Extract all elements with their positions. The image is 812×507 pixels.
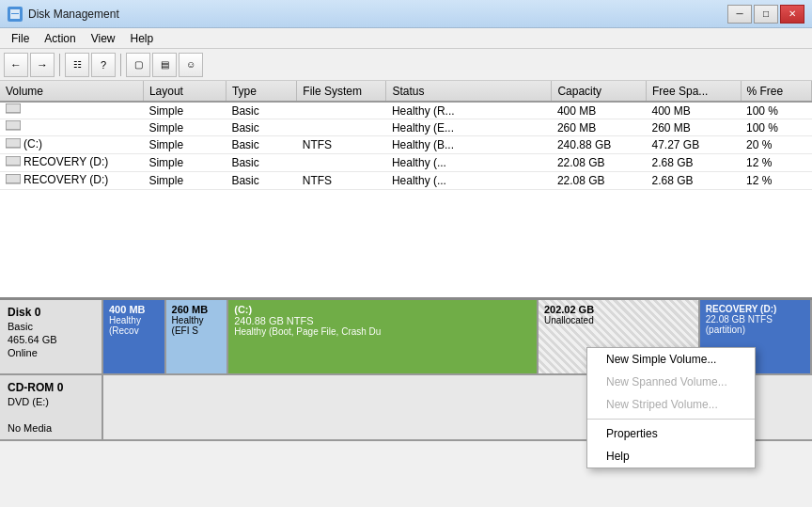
cell-status-2: Healthy (B... [386, 136, 552, 154]
help-button[interactable]: ? [91, 53, 116, 77]
ctx-new-spanned: New Spanned Volume... [587, 371, 755, 393]
disk-0-status: Online [8, 347, 94, 358]
cell-layout-0: Simple [143, 102, 226, 119]
partition-260mb[interactable]: 260 MB Healthy (EFI S [166, 300, 229, 373]
cell-layout-3: Simple [143, 154, 226, 172]
svg-rect-5 [7, 121, 20, 129]
table-row[interactable]: Simple Basic Healthy (E... 260 MB 260 MB… [0, 119, 812, 136]
table-row[interactable]: RECOVERY (D:) Simple Basic Healthy (... … [0, 154, 812, 172]
volume-table: Volume Layout Type File System Status Ca… [0, 81, 812, 190]
part-recovery-sub: (partition) [706, 325, 804, 335]
cell-type-2: Basic [226, 136, 296, 154]
cell-free-0: 400 MB [646, 102, 741, 119]
toolbar-btn-3[interactable]: ▢ [126, 53, 150, 77]
cell-volume-2: (C:) [0, 136, 143, 154]
disk-0-type: Basic [8, 321, 94, 332]
col-header-volume: Volume [0, 81, 143, 102]
cell-volume-4: RECOVERY (D:) [0, 172, 143, 190]
ctx-new-simple[interactable]: New Simple Volume... [587, 348, 755, 371]
cell-volume-1 [0, 119, 143, 136]
svg-rect-3 [7, 104, 20, 112]
cell-type-4: Basic [226, 172, 296, 190]
cell-status-0: Healthy (R... [386, 102, 552, 119]
part-c-size: 240.88 GB NTFS [234, 315, 531, 326]
cell-capacity-4: 22.08 GB [552, 172, 647, 190]
toolbar-btn-5[interactable]: ☺ [179, 53, 203, 77]
cdrom-name: CD-ROM 0 [8, 381, 94, 394]
window-title: Disk Management [28, 8, 119, 21]
part-unalloc-label: Unallocated [544, 315, 693, 325]
table-row[interactable]: RECOVERY (D:) Simple Basic NTFS Healthy … [0, 172, 812, 190]
disk-0-label: Disk 0 Basic 465.64 GB Online [0, 300, 103, 373]
part-recovery-name: RECOVERY (D:) [706, 304, 804, 314]
cell-capacity-2: 240.88 GB [552, 136, 647, 154]
close-button[interactable]: ✕ [780, 5, 804, 24]
cell-status-4: Healthy (... [386, 172, 552, 190]
svg-rect-7 [7, 139, 20, 147]
part-c-label: (C:) [234, 304, 531, 315]
minimize-button[interactable]: ─ [727, 5, 752, 24]
col-header-capacity: Capacity [552, 81, 647, 102]
cell-free-4: 2.68 GB [646, 172, 741, 190]
part-400mb-status: Healthy (Recov [109, 315, 159, 336]
toolbar: ← → ☷ ? ▢ ▤ ☺ [0, 49, 812, 81]
cdrom-type: DVD (E:) [8, 396, 94, 407]
partition-400mb[interactable]: 400 MB Healthy (Recov [103, 300, 166, 373]
forward-button[interactable]: → [30, 53, 55, 77]
cell-fs-0 [297, 102, 386, 119]
cell-layout-2: Simple [143, 136, 226, 154]
cell-pct-1: 100 % [741, 119, 812, 136]
cell-free-3: 2.68 GB [646, 154, 741, 172]
cell-layout-4: Simple [143, 172, 226, 190]
col-header-status: Status [386, 81, 552, 102]
part-400mb-size: 400 MB [109, 304, 159, 315]
col-header-fs: File System [297, 81, 386, 102]
main-area: Volume Layout Type File System Status Ca… [0, 81, 812, 507]
partition-c[interactable]: (C:) 240.88 GB NTFS Healthy (Boot, Page … [228, 300, 539, 373]
cell-capacity-3: 22.08 GB [552, 154, 647, 172]
app-icon [8, 7, 23, 22]
cell-fs-2: NTFS [297, 136, 386, 154]
view-button[interactable]: ☷ [65, 53, 89, 77]
part-recovery-size: 22.08 GB NTFS [706, 314, 804, 325]
menu-bar: File Action View Help [0, 28, 812, 49]
cell-volume-0 [0, 102, 143, 119]
col-header-layout: Layout [143, 81, 226, 102]
svg-rect-1 [11, 13, 19, 14]
cell-pct-2: 20 % [741, 136, 812, 154]
cell-fs-4: NTFS [297, 172, 386, 190]
cell-free-1: 260 MB [646, 119, 741, 136]
cell-pct-4: 12 % [741, 172, 812, 190]
cell-free-2: 47.27 GB [646, 136, 741, 154]
cell-capacity-0: 400 MB [552, 102, 647, 119]
volume-table-area[interactable]: Volume Layout Type File System Status Ca… [0, 81, 812, 300]
svg-rect-11 [7, 175, 20, 182]
cell-fs-3 [297, 154, 386, 172]
cdrom-label: CD-ROM 0 DVD (E:) No Media [0, 375, 103, 439]
window-controls: ─ □ ✕ [727, 5, 804, 24]
ctx-properties[interactable]: Properties [587, 422, 755, 445]
cell-capacity-1: 260 MB [552, 119, 647, 136]
table-row[interactable]: Simple Basic Healthy (R... 400 MB 400 MB… [0, 102, 812, 119]
menu-action[interactable]: Action [37, 30, 83, 47]
back-button[interactable]: ← [4, 53, 28, 77]
table-row[interactable]: (C:) Simple Basic NTFS Healthy (B... 240… [0, 136, 812, 154]
menu-help[interactable]: Help [123, 30, 162, 47]
cdrom-status: No Media [8, 422, 94, 434]
cell-type-3: Basic [226, 154, 296, 172]
menu-file[interactable]: File [4, 30, 37, 47]
cell-type-0: Basic [226, 102, 296, 119]
col-header-pctfree: % Free [741, 81, 812, 102]
part-c-status: Healthy (Boot, Page File, Crash Du [234, 326, 531, 337]
part-260mb-size: 260 MB [172, 304, 222, 315]
part-unalloc-size: 202.02 GB [544, 304, 693, 315]
menu-view[interactable]: View [84, 30, 123, 47]
toolbar-btn-4[interactable]: ▤ [152, 53, 177, 77]
restore-button[interactable]: □ [754, 5, 778, 24]
cell-fs-1 [297, 119, 386, 136]
ctx-help[interactable]: Help [587, 445, 755, 467]
col-header-type: Type [226, 81, 296, 102]
cell-status-1: Healthy (E... [386, 119, 552, 136]
cell-pct-3: 12 % [741, 154, 812, 172]
cell-status-3: Healthy (... [386, 154, 552, 172]
